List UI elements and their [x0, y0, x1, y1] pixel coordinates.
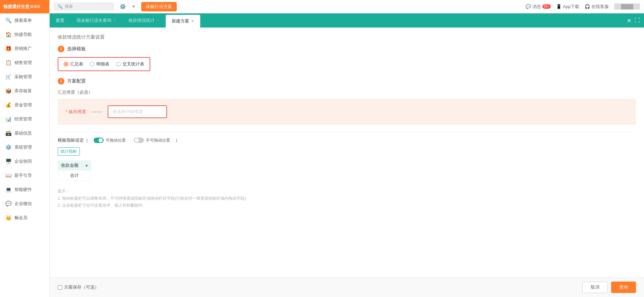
sidebar-label-wechat: 企业微信 — [14, 201, 32, 207]
search-box[interactable]: 🔍 搜索 — [54, 2, 114, 11]
tab-stats[interactable]: 收款情况统计 ✕ — [122, 13, 166, 28]
logo-text: 畅捷通好生意 — [3, 4, 30, 10]
step2-num: 2 — [58, 78, 64, 85]
step1-header: 1 选择模板 — [58, 46, 636, 52]
save-plan-checkbox[interactable]: 方案保存（可选） — [58, 284, 99, 290]
sidebar-item-marketing[interactable]: 🎁 营销推广 — [0, 42, 49, 56]
non-draggable-toggle-box[interactable] — [134, 138, 144, 143]
footer-actions: 取消 查询 — [582, 282, 636, 293]
radio-summary-dot — [64, 62, 68, 66]
step2-header: 2 方案配置 — [58, 78, 636, 85]
topbar-search-text: 搜索 — [65, 4, 73, 9]
radio-summary[interactable]: 汇总表 — [64, 61, 83, 67]
step1-num: 1 — [58, 46, 64, 52]
dim-placeholder: 请选择分组维度 — [112, 109, 143, 115]
topbar-dropdown-icon[interactable]: ▼ — [131, 4, 136, 9]
radio-detail-dot — [90, 62, 95, 66]
tab-stats-label: 收款情况统计 — [128, 17, 155, 23]
non-draggable-toggle[interactable]: 不可拖动位置 — [134, 138, 170, 143]
metrics-card: 收款金额 ▾ 合计 — [58, 160, 91, 181]
dim-select[interactable]: 请选择分组维度 — [108, 105, 167, 118]
sidebar-item-system[interactable]: ⚙️ 系统管理 — [0, 140, 49, 154]
chat-icon: 💬 — [5, 201, 12, 207]
sidebar-label-nav: 快捷导航 — [14, 32, 32, 38]
tab-bank-label: 现金银行流水查询 — [76, 17, 111, 23]
search-icon: 🔍 — [5, 17, 12, 23]
close-window-icon[interactable]: ✕ — [627, 17, 631, 24]
toggle-knob — [99, 138, 103, 142]
metrics-section: 模板指标设定（ 可拖动位置 不可拖 — [58, 132, 636, 181]
save-checkbox-input[interactable] — [58, 285, 62, 290]
topbar-search-icon: 🔍 — [58, 4, 63, 9]
download-btn[interactable]: 📱 App下载 — [556, 4, 579, 10]
dimension-box: * 纵向维度 —— 请选择分组维度 — [58, 99, 636, 125]
sidebar-item-nav[interactable]: 🏠 快捷导航 — [0, 28, 49, 42]
expand-icon[interactable]: ⛶ — [635, 17, 640, 23]
topbar-actions: 💬 消息 99+ 📱 App下载 🎧 在线客服 ████ — [526, 3, 640, 10]
sidebar-label-search: 搜索菜单 — [14, 17, 32, 23]
query-btn[interactable]: 查询 — [611, 282, 636, 293]
message-icon: 💬 — [526, 4, 531, 9]
summary-dim-title: 汇总维度（必选） — [58, 89, 636, 95]
database-icon: 🗃️ — [5, 130, 12, 136]
sidebar-item-sales[interactable]: 📋 销售管理 — [0, 56, 49, 70]
tab-new-plan-close[interactable]: ✕ — [191, 19, 194, 23]
radio-cross[interactable]: 交叉统计表 — [116, 61, 144, 67]
tab-bank-close[interactable]: ✕ — [113, 18, 116, 23]
tab-home[interactable]: 首页 — [50, 13, 70, 28]
topbar-gear-icon[interactable]: ⚙️ — [119, 3, 126, 10]
sidebar-item-purchase[interactable]: 🛒 采购管理 — [0, 70, 49, 84]
sidebar-item-search[interactable]: 🔍 搜索菜单 — [0, 13, 49, 28]
save-plan-label: 方案保存（可选） — [64, 284, 99, 290]
sidebar-item-operation[interactable]: 📊 经营管理 — [0, 112, 49, 126]
sidebar-label-finance: 资金管理 — [14, 102, 32, 108]
radio-detail[interactable]: 明细表 — [90, 61, 109, 67]
hardware-icon: 💻 — [5, 187, 12, 193]
book-icon: 📖 — [5, 172, 12, 179]
arrow-icon: —— — [92, 109, 102, 115]
gift-icon: 🎁 — [5, 46, 12, 52]
step2-label: 方案配置 — [67, 78, 86, 84]
clipboard-icon: 📋 — [5, 60, 12, 66]
home-icon: 🏠 — [5, 32, 12, 38]
sidebar-label-coop: 企业协同 — [14, 158, 32, 164]
sidebar-item-inventory[interactable]: 📦 库存核算 — [0, 84, 49, 98]
sidebar-label-guide: 新手引导 — [14, 172, 32, 179]
content-inner: 收款情况统计方案设置 1 选择模板 汇总表 明细表 — [50, 28, 644, 277]
sidebar-item-guide[interactable]: 📖 新手引导 — [0, 168, 49, 183]
dimension-row: * 纵向维度 —— 请选择分组维度 — [66, 105, 628, 118]
sidebar-item-wechat[interactable]: 💬 企业微信 — [0, 197, 49, 211]
sidebar-label-inventory: 库存核算 — [14, 88, 32, 94]
config-section: 汇总维度（必选） * 纵向维度 —— 请选择分组维度 — [58, 89, 636, 209]
sidebar-item-basic[interactable]: 🗃️ 基础信息 — [0, 126, 49, 140]
tab-bank[interactable]: 现金银行流水查询 ✕ — [70, 13, 122, 28]
sidebar-item-finance[interactable]: 💰 资金管理 — [0, 98, 49, 112]
sidebar-label-member: 畅会员 — [14, 215, 28, 221]
download-label: App下载 — [563, 4, 579, 10]
user-info[interactable]: ████ — [614, 3, 640, 10]
support-btn[interactable]: 🎧 在线客服 — [585, 4, 609, 10]
draggable-toggle-box[interactable] — [94, 138, 104, 143]
download-icon: 📱 — [556, 4, 561, 9]
sidebar-label-basic: 基础信息 — [14, 130, 32, 136]
support-icon: 🎧 — [585, 4, 590, 9]
radio-cross-label: 交叉统计表 — [122, 61, 144, 67]
notification-btn[interactable]: 💬 消息 99+ — [526, 4, 551, 10]
draggable-toggle[interactable]: 可拖动位置 — [94, 138, 126, 143]
metrics-setting-label: 模板指标设定（ — [58, 137, 88, 143]
sidebar-item-member[interactable]: 👑 畅会员 — [0, 211, 49, 225]
tab-new-plan-label: 新建方案 — [172, 18, 189, 24]
template-options: 汇总表 明细表 交叉统计表 — [58, 57, 150, 71]
hint-line2: 2. 点击标题栏下拉可设置排序、插入列和删除列 — [58, 202, 636, 209]
metrics-card-body: 合计 — [58, 170, 91, 181]
draggable-label: 可拖动位置 — [106, 138, 126, 143]
tab-new-plan[interactable]: 新建方案 ✕ — [166, 15, 200, 28]
sidebar-item-coop[interactable]: 🖥️ 企业协同 — [0, 154, 49, 168]
tab-stats-close[interactable]: ✕ — [157, 18, 160, 23]
sidebar-label-sales: 销售管理 — [14, 60, 32, 66]
metrics-dropdown-icon[interactable]: ▾ — [86, 163, 88, 168]
industry-btn[interactable]: 体验行业方案 — [141, 2, 177, 11]
sidebar-item-hardware[interactable]: 💻 智能硬件 — [0, 183, 49, 197]
cancel-btn[interactable]: 取消 — [582, 282, 608, 293]
user-name: ████ — [614, 3, 640, 10]
